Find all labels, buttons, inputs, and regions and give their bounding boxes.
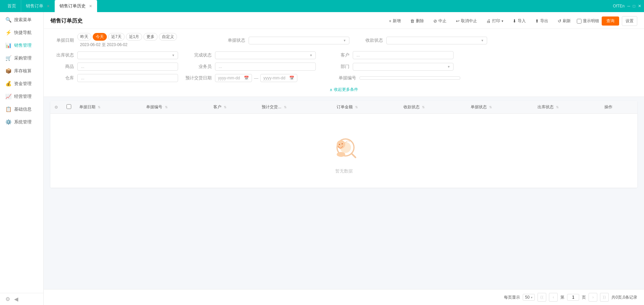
last-page-icon: ⟩⟩	[603, 295, 606, 300]
finish-status-select[interactable]: ▾	[215, 51, 316, 59]
delivery-date-label: 预计交货日期	[185, 75, 215, 81]
next-page-btn[interactable]: ›	[589, 293, 597, 302]
last-page-btn[interactable]: ⟩⟩	[600, 293, 609, 302]
date-btn-today[interactable]: 今天	[93, 33, 107, 41]
window-maximize[interactable]: □	[633, 4, 635, 8]
date-btn-more[interactable]: 更多	[143, 33, 158, 41]
delete-button[interactable]: 🗑 删除	[407, 16, 427, 26]
order-no-input[interactable]	[359, 76, 460, 80]
query-button[interactable]: 查询	[602, 16, 619, 26]
customer-input[interactable]: ...	[353, 51, 454, 59]
date-btn-yesterday[interactable]: 昨天	[77, 33, 91, 41]
page-label-suffix: 页	[582, 295, 586, 300]
sort-orderno-icon[interactable]: ⇅	[165, 105, 168, 109]
export-button[interactable]: ⬆ 导出	[532, 16, 552, 26]
sort-date-icon[interactable]: ⇅	[98, 105, 100, 109]
data-table: ⚙ 单据日期 ⇅ 单据编号 ⇅	[50, 101, 637, 188]
th-order-no-label: 单据编号	[146, 105, 162, 109]
sort-out-status-icon[interactable]: ⇅	[556, 105, 559, 109]
settings-gear-icon[interactable]: ⚙	[54, 105, 58, 110]
sidebar-item-sales-mgmt[interactable]: 📊 销售管理	[0, 39, 43, 52]
tab-sales-order-history[interactable]: 销售订单历史 ✕	[55, 0, 97, 12]
th-customer-label: 客户	[213, 105, 221, 109]
delivery-date-from[interactable]: yyyy-mm-dd 📅	[215, 74, 252, 82]
sidebar-item-sales-mgmt-label: 销售管理	[14, 42, 32, 48]
sort-delivery-icon[interactable]: ⇅	[284, 105, 287, 109]
th-checkbox[interactable]	[62, 101, 75, 114]
settings-label: 设置	[626, 18, 634, 24]
goods-input[interactable]: ...	[77, 63, 178, 71]
query-label: 查询	[606, 18, 614, 24]
dept-select[interactable]: ▾	[353, 63, 454, 71]
date-btn-custom[interactable]: 自定义	[159, 33, 177, 41]
date-btn-1month[interactable]: 近1月	[126, 33, 142, 41]
sidebar-collapse-icon[interactable]: ◀	[14, 296, 18, 302]
order-status-select[interactable]: ▾	[249, 37, 349, 44]
window-close[interactable]: ✕	[638, 4, 641, 8]
sidebar-item-purchase-mgmt-label: 采购管理	[14, 55, 32, 61]
new-label: 新增	[393, 18, 401, 24]
tab-home[interactable]: 首页	[3, 0, 21, 12]
new-button[interactable]: + 新增	[385, 16, 404, 26]
table-area: ⚙ 单据日期 ⇅ 单据编号 ⇅	[44, 97, 644, 289]
sort-collect-icon[interactable]: ⇅	[422, 105, 425, 109]
sort-order-status-icon[interactable]: ⇅	[489, 105, 492, 109]
sidebar-item-search-menu[interactable]: 🔍 搜索菜单	[0, 13, 43, 26]
finish-status-label: 完成状态	[185, 52, 215, 58]
sidebar-item-inventory[interactable]: 📦 库存核算	[0, 65, 43, 77]
sidebar-item-system-mgmt[interactable]: ⚙️ 系统管理	[0, 116, 43, 128]
page-label: 第	[560, 295, 564, 300]
tab-sales-order-history-close[interactable]: ✕	[89, 4, 92, 8]
tab-sales-order-label: 销售订单	[26, 3, 43, 9]
tab-sales-order[interactable]: 销售订单 ✕	[21, 0, 55, 12]
window-minimize[interactable]: ─	[627, 4, 630, 8]
sidebar-item-quick-nav[interactable]: ⚡ 快捷导航	[0, 26, 43, 39]
th-out-status-label: 出库状态	[538, 105, 554, 109]
dept-arrow: ▾	[448, 65, 450, 69]
th-settings[interactable]: ⚙	[50, 101, 62, 114]
display-toggle: 显示明细	[577, 18, 599, 24]
filter-area: 单据日期 昨天 今天 近7天 近1月 更多 自定义 2023-06-02 至 2…	[44, 29, 644, 97]
sidebar-bottom: ⚙ ◀	[0, 293, 43, 305]
th-order-status-label: 单据状态	[471, 105, 487, 109]
display-detail-checkbox[interactable]	[577, 19, 582, 24]
sidebar-item-basic-info[interactable]: 📋 基础信息	[0, 103, 43, 116]
delivery-date-range: yyyy-mm-dd 📅 — yyyy-mm-dd 📅	[215, 74, 323, 82]
collapse-bar[interactable]: ∧ 收起更多条件	[50, 85, 637, 92]
page-size-select[interactable]: 50 ▾	[523, 294, 535, 301]
delivery-date-to-text: yyyy-mm-dd	[263, 76, 285, 80]
tab-sales-order-close[interactable]: ✕	[47, 4, 50, 8]
collect-status-select[interactable]: ▾	[386, 37, 487, 44]
next-page-icon: ›	[592, 295, 594, 300]
dept-label: 部门	[323, 64, 353, 70]
th-delivery-date-label: 预计交货...	[262, 105, 281, 109]
th-collect-status: 收款状态 ⇅	[399, 101, 466, 114]
sidebar-item-operations[interactable]: 📈 经营管理	[0, 90, 43, 103]
sidebar-settings-icon[interactable]: ⚙	[5, 296, 10, 302]
filter-row-2: 出库状态 ▾ 完成状态 ▾ 客户 ...	[50, 51, 637, 59]
settings-button[interactable]: 设置	[622, 16, 637, 26]
date-buttons: 昨天 今天 近7天 近1月 更多 自定义 2023-06-02 至 2023-0…	[77, 33, 218, 48]
salesman-input[interactable]: ...	[215, 63, 316, 71]
out-status-select[interactable]: ▾	[77, 51, 178, 59]
print-button[interactable]: 🖨 打印 ▾	[483, 16, 507, 26]
warehouse-input[interactable]: ...	[77, 74, 178, 82]
date-btn-7days[interactable]: 近7天	[108, 33, 125, 41]
sort-amount-icon[interactable]: ⇅	[355, 105, 358, 109]
inventory-icon: 📦	[5, 68, 11, 74]
filter-row-1: 单据日期 昨天 今天 近7天 近1月 更多 自定义 2023-06-02 至 2…	[50, 33, 637, 48]
cancel-stop-button[interactable]: ↩ 取消中止	[453, 16, 480, 26]
prev-page-btn[interactable]: ‹	[549, 293, 558, 302]
sidebar-item-purchase-mgmt[interactable]: 🛒 采购管理	[0, 52, 43, 65]
select-all-checkbox[interactable]	[67, 104, 71, 109]
stop-button[interactable]: ⊘ 中止	[430, 16, 450, 26]
first-page-btn[interactable]: ⟨⟨	[538, 293, 546, 302]
delivery-date-to[interactable]: yyyy-mm-dd 📅	[260, 74, 297, 82]
page-input[interactable]	[567, 294, 579, 301]
sort-customer-icon[interactable]: ⇅	[224, 105, 226, 109]
refresh-button[interactable]: ↺ 刷新	[554, 16, 574, 26]
import-button[interactable]: ⬇ 导入	[509, 16, 529, 26]
calendar-to-icon: 📅	[289, 76, 294, 80]
sidebar-item-finance[interactable]: 💰 资金管理	[0, 77, 43, 90]
cancel-stop-icon: ↩	[456, 18, 460, 24]
